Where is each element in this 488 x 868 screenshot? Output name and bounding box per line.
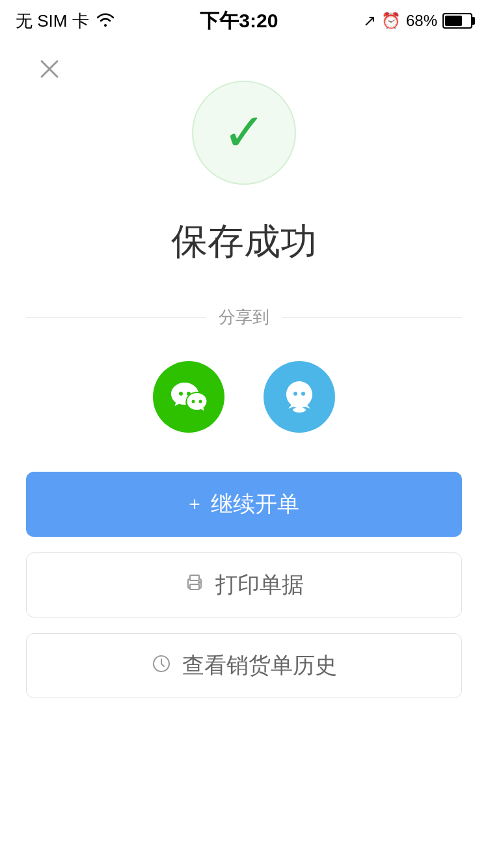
svg-point-12	[198, 581, 200, 584]
share-divider: 分享到	[26, 306, 462, 329]
continue-button[interactable]: + 继续开单	[26, 472, 462, 537]
carrier-text: 无 SIM 卡	[16, 10, 89, 33]
status-time: 下午3:20	[200, 8, 278, 34]
status-bar: 无 SIM 卡 下午3:20 ↗ ⏰ 68%	[0, 0, 488, 42]
action-buttons: + 继续开单 打印单据 查看销货单历史	[0, 472, 488, 698]
location-icon: ↗	[363, 12, 376, 30]
svg-point-3	[187, 392, 191, 396]
svg-rect-10	[190, 575, 199, 580]
checkmark-icon: ✓	[223, 107, 266, 159]
close-button[interactable]	[33, 52, 66, 86]
svg-point-6	[293, 407, 306, 413]
svg-point-5	[199, 400, 202, 403]
battery-fill	[445, 16, 462, 26]
wifi-icon	[96, 11, 115, 31]
history-button[interactable]: 查看销货单历史	[26, 633, 462, 698]
status-carrier: 无 SIM 卡	[16, 10, 115, 33]
svg-point-7	[293, 392, 297, 396]
plus-icon: +	[189, 493, 200, 515]
wechat-share-button[interactable]	[153, 361, 224, 433]
battery-bar	[442, 13, 472, 29]
svg-point-2	[179, 392, 183, 396]
qq-share-button[interactable]	[264, 361, 335, 433]
print-label: 打印单据	[215, 570, 304, 600]
print-icon	[184, 573, 205, 598]
svg-point-8	[301, 392, 305, 396]
svg-point-4	[192, 400, 195, 403]
history-icon	[151, 653, 172, 679]
share-icons-container	[26, 361, 462, 433]
main-content: ✓ 保存成功 分享到	[0, 42, 488, 698]
success-title: 保存成功	[171, 217, 317, 267]
svg-rect-11	[190, 584, 199, 590]
continue-label: 继续开单	[211, 489, 299, 519]
history-label: 查看销货单历史	[182, 651, 337, 681]
share-section: 分享到	[0, 306, 488, 433]
battery-percentage: 68%	[406, 12, 437, 30]
success-icon-circle: ✓	[192, 81, 296, 185]
share-label: 分享到	[219, 306, 269, 329]
status-indicators: ↗ ⏰ 68%	[363, 12, 472, 30]
alarm-icon: ⏰	[381, 12, 401, 30]
print-button[interactable]: 打印单据	[26, 552, 462, 617]
